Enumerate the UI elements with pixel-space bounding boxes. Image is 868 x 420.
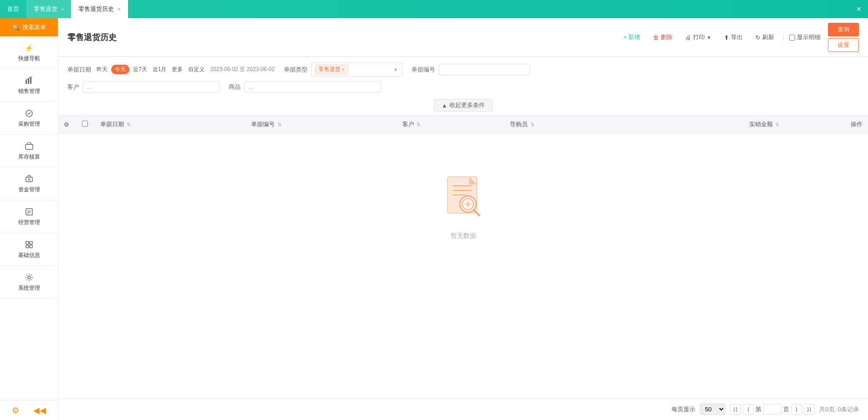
sidebar-item-quick-nav[interactable]: ⚡ 快捷导航: [0, 36, 58, 69]
show-detail-label: 显示明细: [797, 33, 821, 41]
doc-type-tag-remove[interactable]: ×: [342, 67, 345, 73]
window-close-button[interactable]: ×: [850, 0, 868, 18]
empty-text: 暂无数据: [451, 232, 476, 240]
th-customer-label: 客户: [402, 121, 414, 128]
quick-nav-icon: ⚡: [24, 43, 34, 53]
main-layout: 🔍 搜索菜单 ⚡ 快捷导航 销售管理 采购管理: [0, 18, 868, 420]
sidebar: 🔍 搜索菜单 ⚡ 快捷导航 销售管理 采购管理: [0, 18, 58, 420]
sidebar-item-finance-label: 资金管理: [18, 186, 40, 194]
date-btn-yesterday[interactable]: 昨天: [95, 65, 109, 74]
add-button[interactable]: + 新增: [620, 31, 644, 43]
tab-bar: 首页 零售退货 × 零售退货历史 ×: [0, 0, 850, 18]
customer-select[interactable]: ...: [83, 81, 220, 92]
sidebar-item-sales-label: 销售管理: [18, 87, 40, 95]
refresh-button[interactable]: ↻ 刷新: [752, 31, 778, 43]
date-btn-custom[interactable]: 自定义: [186, 65, 206, 74]
show-detail-checkbox[interactable]: [789, 35, 795, 41]
sidebar-item-sales-mgmt[interactable]: 销售管理: [0, 69, 58, 102]
svg-rect-11: [26, 241, 29, 244]
tab-home-label: 首页: [7, 5, 19, 13]
doc-type-label: 单据类型: [284, 66, 308, 74]
page-next-button[interactable]: ⟩: [791, 404, 802, 415]
collapse-button[interactable]: ▲ 收起更多条件: [434, 99, 493, 112]
page-nav: ⟨⟨ ⟨ 第 1 页 ⟩ ⟩⟩: [730, 404, 815, 415]
basic-info-icon: [24, 240, 34, 250]
settings-button[interactable]: 设置: [828, 38, 859, 52]
page-size-select[interactable]: 20 50 100: [700, 404, 725, 415]
svg-rect-4: [26, 144, 33, 149]
date-range-display: 2023-06-02 至 2023-06-02: [210, 66, 274, 73]
sidebar-item-basic-info-label: 基础信息: [18, 251, 40, 259]
sidebar-item-sys-mgmt-label: 系统管理: [18, 284, 40, 292]
audio-bottom-icon[interactable]: ◀◀: [33, 405, 46, 415]
delete-button[interactable]: 🗑 删除: [649, 31, 676, 43]
date-btn-today[interactable]: 今天: [111, 65, 129, 74]
th-amount[interactable]: 实销金额 ⇅: [634, 116, 785, 133]
customer-filter-group: 客户 ...: [67, 81, 220, 92]
doc-no-filter-group: 单据编号: [411, 64, 530, 75]
tab-home[interactable]: 首页: [0, 0, 26, 18]
page-last-button[interactable]: ⟩⟩: [804, 404, 815, 415]
th-doc-no[interactable]: 单据编号 ⇅: [246, 116, 396, 133]
delete-label: 删除: [661, 33, 673, 41]
query-button[interactable]: 查询: [828, 23, 859, 36]
goods-select[interactable]: ...: [244, 81, 381, 92]
sidebar-item-inventory[interactable]: 库存核算: [0, 135, 58, 168]
date-btn-last7[interactable]: 近7天: [131, 65, 149, 74]
sidebar-item-operations[interactable]: 经营管理: [0, 200, 58, 233]
refresh-label: 刷新: [762, 33, 774, 41]
filter-row-2: 客户 ... 商品 ...: [67, 81, 859, 92]
toolbar-right: + 新增 🗑 删除 🖨 打印 ▼ ⬆ 导出: [620, 23, 859, 52]
export-icon: ⬆: [724, 34, 729, 41]
top-bar: 首页 零售退货 × 零售退货历史 × ×: [0, 0, 868, 18]
content-area: 零售退货历史 + 新增 🗑 删除 🖨 打印 ▼: [58, 18, 868, 420]
date-btn-more[interactable]: 更多: [170, 65, 185, 74]
sidebar-bottom: ⚙ ◀◀: [0, 400, 58, 420]
sidebar-search-label: 搜索菜单: [22, 23, 46, 31]
select-all-checkbox[interactable]: [82, 121, 88, 127]
th-doc-no-sort-icon: ⇅: [277, 122, 282, 127]
table-body: 暂无数据: [58, 133, 868, 277]
th-guide[interactable]: 导购员 ⇅: [504, 116, 634, 133]
tab-retail-return-history-close[interactable]: ×: [118, 6, 120, 12]
doc-type-tag-value: 零售退货: [318, 66, 340, 73]
sidebar-search[interactable]: 🔍 搜索菜单: [0, 18, 58, 36]
print-button[interactable]: 🖨 打印 ▼: [682, 31, 715, 43]
empty-state-icon: [436, 170, 491, 225]
sidebar-item-purchase-mgmt[interactable]: 采购管理: [0, 102, 58, 135]
page-prev-button[interactable]: ⟨: [743, 404, 754, 415]
add-label: + 新增: [623, 33, 640, 41]
sidebar-nav: ⚡ 快捷导航 销售管理 采购管理 库存核算: [0, 36, 58, 400]
tab-retail-return-history[interactable]: 零售退货历史 ×: [71, 0, 128, 18]
th-customer[interactable]: 客户 ⇅: [397, 116, 504, 133]
date-filter-group: 单据日期 昨天 今天 近7天 近1月 更多 自定义 2023-06-02 至 2…: [67, 65, 275, 74]
tab-retail-return[interactable]: 零售退货 ×: [26, 0, 71, 18]
filter-row-1: 单据日期 昨天 今天 近7天 近1月 更多 自定义 2023-06-02 至 2…: [67, 62, 859, 77]
th-doc-date[interactable]: 单据日期 ⇅: [95, 116, 246, 133]
th-doc-no-label: 单据编号: [251, 121, 275, 128]
th-doc-date-sort-icon: ⇅: [127, 122, 131, 127]
sidebar-item-operations-label: 经营管理: [18, 219, 40, 226]
svg-rect-14: [30, 245, 32, 248]
customer-placeholder: ...: [87, 83, 92, 90]
goods-label: 商品: [229, 83, 241, 91]
sidebar-item-basic-info[interactable]: 基础信息: [0, 233, 58, 266]
date-btn-last-month[interactable]: 近1月: [151, 65, 169, 74]
page-first-button[interactable]: ⟨⟨: [730, 404, 741, 415]
tab-retail-return-history-label: 零售退货历史: [78, 5, 114, 13]
doc-type-dropdown-icon: ▼: [393, 67, 398, 72]
goods-placeholder: ...: [248, 83, 253, 90]
tab-retail-return-close[interactable]: ×: [61, 6, 64, 12]
th-settings[interactable]: ⚙: [58, 116, 77, 133]
page-number-input[interactable]: 1: [763, 404, 781, 415]
sidebar-item-finance[interactable]: 资金管理: [0, 168, 58, 200]
page-size-label: 每页显示: [672, 405, 695, 414]
search-icon: 🔍: [12, 24, 20, 31]
sidebar-item-sys-mgmt[interactable]: 系统管理: [0, 266, 58, 299]
page-label: 第: [755, 405, 761, 414]
settings-bottom-icon[interactable]: ⚙: [12, 405, 19, 415]
export-button[interactable]: ⬆ 导出: [720, 31, 746, 43]
doc-type-select[interactable]: 零售退货 × ▼: [311, 62, 402, 77]
doc-no-input[interactable]: [439, 64, 530, 75]
tab-retail-return-label: 零售退货: [34, 5, 57, 13]
